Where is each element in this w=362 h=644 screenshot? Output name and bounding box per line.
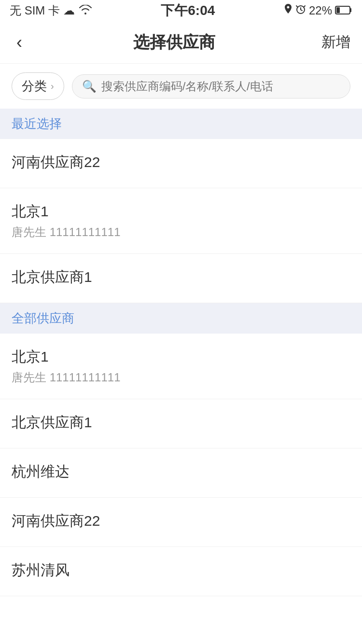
filter-row: 分类 › 🔍 bbox=[0, 64, 362, 109]
supplier-name: 北京供应商1 bbox=[12, 267, 350, 287]
alarm-icon bbox=[295, 4, 306, 17]
supplier-name: 苏州清风 bbox=[12, 560, 350, 580]
new-action-button[interactable]: 新增 bbox=[321, 32, 350, 52]
battery-icon bbox=[335, 4, 352, 17]
status-time: 下午6:04 bbox=[161, 1, 215, 20]
supplier-sub: 唐先生 11111111111 bbox=[12, 370, 350, 385]
nav-bar: ‹ 选择供应商 新增 bbox=[0, 21, 362, 64]
supplier-sub: 唐先生 11111111111 bbox=[12, 224, 350, 240]
sim-label: 无 SIM 卡 ☁ bbox=[10, 3, 75, 18]
list-item[interactable]: 北京供应商1 bbox=[0, 254, 362, 303]
search-box: 🔍 bbox=[72, 74, 350, 98]
list-item[interactable]: 河南供应商22 bbox=[0, 498, 362, 547]
category-button[interactable]: 分类 › bbox=[12, 72, 64, 100]
chevron-right-icon: › bbox=[51, 81, 54, 92]
supplier-name: 北京1 bbox=[12, 202, 350, 222]
list-item[interactable]: 北京1 唐先生 11111111111 bbox=[0, 334, 362, 399]
list-item[interactable]: 苏州清风 bbox=[0, 547, 362, 596]
all-section-header: 全部供应商 bbox=[0, 303, 362, 334]
status-right: 22% bbox=[284, 4, 352, 17]
supplier-name: 河南供应商22 bbox=[12, 153, 350, 172]
status-bar: 无 SIM 卡 ☁ 下午6:04 22% bbox=[0, 0, 362, 21]
back-button[interactable]: ‹ bbox=[12, 28, 27, 57]
supplier-name: 杭州维达 bbox=[12, 462, 350, 482]
list-item[interactable]: 北京1 唐先生 11111111111 bbox=[0, 188, 362, 254]
search-input[interactable] bbox=[101, 80, 340, 93]
svg-rect-3 bbox=[336, 7, 340, 13]
nav-title: 选择供应商 bbox=[133, 31, 215, 54]
category-label: 分类 bbox=[22, 78, 47, 95]
supplier-name: 北京供应商1 bbox=[12, 413, 350, 433]
wifi-icon bbox=[79, 4, 92, 17]
supplier-name: 北京1 bbox=[12, 347, 350, 367]
supplier-name: 河南供应商22 bbox=[12, 511, 350, 531]
recent-section-header: 最近选择 bbox=[0, 109, 362, 139]
list-item[interactable]: 北京供应商1 bbox=[0, 399, 362, 448]
battery-label: 22% bbox=[309, 4, 332, 17]
status-left: 无 SIM 卡 ☁ bbox=[10, 3, 92, 18]
search-icon: 🔍 bbox=[82, 80, 97, 93]
svg-rect-2 bbox=[350, 8, 351, 12]
list-item[interactable]: 河南供应商22 bbox=[0, 139, 362, 188]
location-icon bbox=[284, 4, 292, 17]
list-item[interactable]: 杭州维达 bbox=[0, 448, 362, 498]
